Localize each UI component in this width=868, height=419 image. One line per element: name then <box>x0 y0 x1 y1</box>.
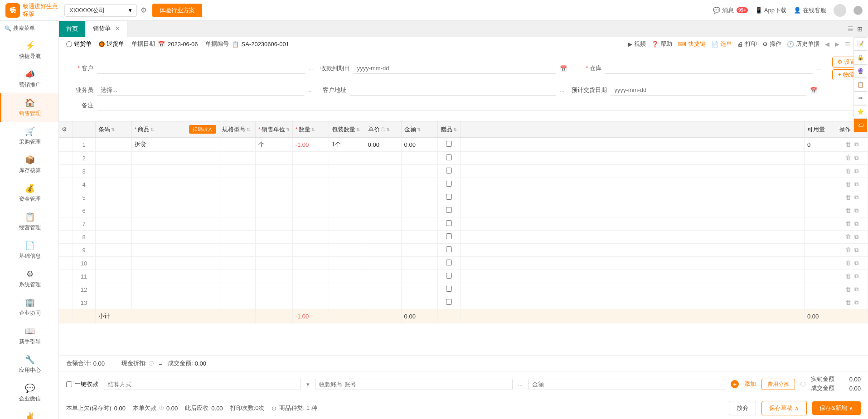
receive-date-input[interactable] <box>354 63 557 74</box>
online-service-button[interactable]: 👤 在线客服 <box>794 6 826 14</box>
row-barcode[interactable] <box>95 244 131 257</box>
row-unit[interactable] <box>255 296 292 309</box>
gift-checkbox[interactable] <box>446 260 452 265</box>
tab-grid-icon[interactable]: ⊞ <box>857 25 863 33</box>
delete-icon[interactable]: 🗑 <box>845 260 851 266</box>
row-unit[interactable] <box>255 152 292 165</box>
row-pkg-qty[interactable] <box>329 296 365 309</box>
row-barcode[interactable] <box>95 231 131 244</box>
row-unit[interactable] <box>255 244 292 257</box>
row-gift[interactable] <box>437 165 460 178</box>
gift-checkbox[interactable] <box>446 194 452 200</box>
sidebar-item-system[interactable]: ⚙ 系统管理 <box>0 265 58 293</box>
row-price[interactable] <box>365 204 401 217</box>
salesman-ellipsis[interactable]: ... <box>307 87 312 93</box>
row-price[interactable] <box>365 283 401 296</box>
row-pkg-qty[interactable] <box>329 165 365 178</box>
row-product[interactable] <box>131 204 186 217</box>
gift-checkbox[interactable] <box>446 233 452 239</box>
app-download-button[interactable]: 📱 App下载 <box>755 6 786 14</box>
th-gear[interactable]: ⚙ <box>59 121 73 138</box>
customer-input[interactable] <box>97 63 305 74</box>
sidebar-item-member[interactable]: ✌ 畅会员 <box>0 407 58 419</box>
delete-icon[interactable]: 🗑 <box>845 299 851 306</box>
delete-icon[interactable]: 🗑 <box>845 233 851 240</box>
row-qty[interactable] <box>292 178 329 191</box>
row-qty[interactable]: -1.00 <box>292 138 329 152</box>
row-pkg-qty[interactable] <box>329 231 365 244</box>
row-product[interactable] <box>131 231 186 244</box>
row-barcode[interactable] <box>95 257 131 270</box>
row-gift[interactable] <box>437 191 460 204</box>
row-pkg-qty[interactable] <box>329 191 365 204</box>
row-price[interactable] <box>365 178 401 191</box>
video-btn[interactable]: ▶ 视频 <box>628 40 646 48</box>
row-barcode[interactable] <box>95 191 131 204</box>
row-barcode[interactable] <box>95 152 131 165</box>
row-gift[interactable] <box>437 244 460 257</box>
gift-checkbox[interactable] <box>446 273 452 279</box>
gear-icon[interactable]: ⚙ <box>62 126 67 133</box>
row-price[interactable] <box>365 257 401 270</box>
row-unit[interactable] <box>255 165 292 178</box>
operation-btn[interactable]: ⚙ 操作 <box>762 40 781 48</box>
settlement-dropdown-icon[interactable]: ▾ <box>306 381 310 388</box>
select-btn[interactable]: 📄 选单 <box>711 40 732 48</box>
row-product[interactable] <box>131 257 186 270</box>
row-qty[interactable] <box>292 217 329 231</box>
save-draft-btn[interactable]: 保存草稿 ∧ <box>761 401 807 415</box>
salesman-input[interactable] <box>97 85 304 96</box>
row-product[interactable]: 拆货 <box>131 138 186 152</box>
row-unit[interactable]: 个 <box>255 138 292 152</box>
sidebar-item-sales[interactable]: 🏠 销售管理 <box>0 93 58 122</box>
gift-checkbox[interactable] <box>446 181 452 187</box>
sidebar-item-basic[interactable]: 📄 基础信息 <box>0 236 58 265</box>
row-price[interactable] <box>365 231 401 244</box>
one-click-pay-checkbox[interactable]: 一键收款 <box>66 380 98 388</box>
row-amount[interactable] <box>401 257 437 270</box>
row-spec[interactable] <box>219 283 255 296</box>
row-barcode[interactable] <box>95 178 131 191</box>
row-product[interactable] <box>131 178 186 191</box>
add-payment-btn[interactable]: + <box>731 380 739 388</box>
row-gift[interactable] <box>437 231 460 244</box>
tab-close-icon[interactable]: ✕ <box>115 25 120 32</box>
tab-list-icon[interactable]: ☰ <box>848 25 853 33</box>
expected-date-calendar-icon[interactable]: 📅 <box>810 87 817 94</box>
delete-icon[interactable]: 🗑 <box>845 286 851 293</box>
row-barcode[interactable] <box>95 165 131 178</box>
row-amount[interactable] <box>401 283 437 296</box>
addr-ellipsis[interactable]: ... <box>560 87 564 93</box>
prev-icon[interactable]: ◀ <box>825 41 829 48</box>
row-gift[interactable] <box>437 283 460 296</box>
history-btn[interactable]: 🕐 历史单据 <box>787 40 820 48</box>
row-spec[interactable] <box>219 296 255 309</box>
row-pkg-qty[interactable] <box>329 270 365 283</box>
sidebar-item-enterprise[interactable]: 🏢 企业协同 <box>0 293 58 322</box>
delete-icon[interactable]: 🗑 <box>845 246 851 253</box>
rsb-edit[interactable]: ✏ <box>853 92 867 105</box>
row-amount[interactable] <box>401 296 437 309</box>
rsb-star[interactable]: ⭐ <box>853 105 867 119</box>
gift-checkbox[interactable] <box>446 220 452 226</box>
fee-split-btn[interactable]: 费用分摊 <box>761 379 795 390</box>
warehouse-input[interactable]: 建材仓 <box>605 63 813 74</box>
delete-icon[interactable]: 🗑 <box>845 181 851 188</box>
row-spec[interactable] <box>219 152 255 165</box>
date-value[interactable]: 2023-06-06 <box>168 41 198 48</box>
row-price[interactable] <box>365 191 401 204</box>
row-spec[interactable] <box>219 165 255 178</box>
row-unit[interactable] <box>255 231 292 244</box>
sidebar-item-operation[interactable]: 📋 经营管理 <box>0 207 58 236</box>
company-selector[interactable]: XXXXXX公司 ▾ <box>64 4 137 17</box>
row-spec[interactable] <box>219 178 255 191</box>
customer-addr-input[interactable] <box>350 85 557 96</box>
sidebar-search[interactable]: 🔍 搜索菜单 <box>0 21 58 36</box>
row-pkg-qty[interactable]: 1个 <box>329 138 365 152</box>
next-icon[interactable]: ▶ <box>835 41 839 48</box>
row-amount[interactable] <box>401 191 437 204</box>
row-gift[interactable] <box>437 178 460 191</box>
row-unit[interactable] <box>255 217 292 231</box>
row-qty[interactable] <box>292 257 329 270</box>
row-product[interactable] <box>131 283 186 296</box>
